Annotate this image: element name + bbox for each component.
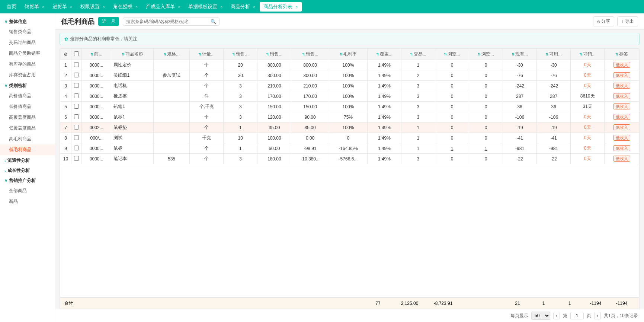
settings-icon[interactable]: ⚙	[64, 52, 68, 57]
sidebar-group-category[interactable]: ∨ 类别密析	[0, 80, 55, 90]
close-purchase-icon[interactable]: ×	[70, 4, 72, 9]
nav-purchase[interactable]: 进货单 ×	[49, 2, 76, 12]
cell-checkbox[interactable]	[71, 102, 82, 112]
close-sales-icon[interactable]: ×	[42, 4, 44, 9]
search-box[interactable]: 🔍	[123, 17, 220, 26]
col-gross-rate[interactable]: ⇅毛利率	[329, 49, 368, 60]
sidebar-item-all-products[interactable]: 全部商品	[0, 185, 55, 196]
collapse-growth-icon[interactable]: ›	[4, 169, 6, 173]
cell-browse1: 0	[435, 133, 469, 143]
close-roles-icon[interactable]: ×	[135, 4, 138, 9]
tag-badge: 低收入	[613, 124, 630, 130]
row-checkbox[interactable]	[74, 146, 79, 150]
collapse-marketing-icon[interactable]: ∨	[4, 178, 7, 183]
col-available[interactable]: ⇅可用...	[537, 49, 571, 60]
col-code[interactable]: ⇅商...	[82, 49, 111, 60]
close-product-entry-icon[interactable]: ×	[178, 4, 180, 9]
nav-product-analysis[interactable]: 商品分析 ×	[227, 2, 259, 12]
sidebar-item-low-margin[interactable]: 低毛利商品	[0, 144, 55, 155]
col-unit[interactable]: ⇅计量...	[190, 49, 224, 60]
nav-template[interactable]: 单据模板设置 ×	[185, 2, 226, 12]
cell-checkbox[interactable]	[71, 60, 82, 70]
col-settings[interactable]: ⚙	[60, 49, 71, 60]
export-button[interactable]: ↑ 导出	[617, 16, 638, 26]
row-checkbox[interactable]	[74, 73, 79, 77]
browse1-val: 0	[451, 115, 454, 120]
sidebar-group-circulation[interactable]: › 流通性分析	[0, 155, 55, 165]
nav-analysis-list[interactable]: 商品分析列表 ×	[260, 2, 301, 12]
col-tag[interactable]: ⇅标签	[605, 49, 639, 60]
row-checkbox[interactable]	[74, 62, 79, 67]
row-checkbox[interactable]	[74, 135, 79, 140]
sidebar-group-overall[interactable]: ∨ 整体信息	[0, 16, 55, 26]
filter-button[interactable]: 近一月	[98, 17, 119, 26]
cell-checkbox[interactable]	[71, 70, 82, 81]
browse1-link[interactable]: 1	[451, 146, 454, 151]
search-input[interactable]	[126, 19, 211, 24]
cell-checkbox[interactable]	[71, 143, 82, 154]
row-checkbox[interactable]	[74, 114, 79, 119]
row-checkbox[interactable]	[74, 83, 79, 88]
row-checkbox[interactable]	[74, 104, 79, 109]
row-checkbox[interactable]	[74, 125, 79, 130]
nav-sales[interactable]: 销货单 ×	[21, 2, 48, 12]
sidebar-item-new-products[interactable]: 新品	[0, 196, 55, 207]
sidebar-item-high-value[interactable]: 高价值商品	[0, 90, 55, 101]
cell-available: -30	[537, 60, 571, 70]
cell-checkbox[interactable]	[71, 81, 82, 91]
sidebar-item-high-coverage[interactable]: 高覆盖度商品	[0, 112, 55, 123]
row-checkbox[interactable]	[74, 156, 79, 161]
nav-roles[interactable]: 角色授权 ×	[109, 2, 141, 12]
cell-name: 橡皮擦	[111, 91, 153, 102]
close-analysis-list-icon[interactable]: ×	[295, 4, 298, 9]
nav-permissions[interactable]: 权限设置 ×	[77, 2, 109, 12]
cell-browse2: 0	[469, 122, 503, 133]
page-number-input[interactable]	[570, 312, 584, 319]
col-sellable[interactable]: ⇅可销...	[571, 49, 605, 60]
row-checkbox[interactable]	[74, 93, 79, 98]
browse2-link[interactable]: 1	[485, 146, 487, 151]
close-permissions-icon[interactable]: ×	[103, 4, 105, 9]
col-current[interactable]: ⇅现有...	[503, 49, 537, 60]
sidebar-item-stock-funds[interactable]: 库存资金占用	[0, 70, 55, 80]
header-actions: ⎋ 分享 ↑ 导出	[593, 16, 638, 26]
cell-checkbox[interactable]	[71, 133, 82, 143]
sidebar-group-marketing[interactable]: ∨ 营销推广分析	[0, 175, 55, 185]
col-sales1[interactable]: ⇅销售...	[224, 49, 257, 60]
col-sales2[interactable]: ⇅销售...	[257, 49, 291, 60]
nav-home[interactable]: 首页	[3, 2, 20, 12]
nav-product-entry[interactable]: 产成品入库单 ×	[142, 2, 184, 12]
cell-checkbox[interactable]	[71, 91, 82, 102]
cell-checkbox[interactable]	[71, 112, 82, 122]
sidebar-item-traded[interactable]: 交易过的商品	[0, 37, 55, 48]
next-page-button[interactable]: ›	[594, 312, 601, 319]
close-template-icon[interactable]: ×	[220, 4, 222, 9]
col-sales3[interactable]: ⇅销售...	[291, 49, 329, 60]
col-spec[interactable]: ⇅规格...	[153, 49, 189, 60]
cell-checkbox[interactable]	[71, 154, 82, 164]
sidebar-item-sales-products[interactable]: 销售类商品	[0, 26, 55, 37]
collapse-circulation-icon[interactable]: ›	[4, 159, 6, 163]
select-all-checkbox[interactable]	[74, 51, 79, 56]
page-size-select[interactable]: 50 100 200	[531, 312, 550, 320]
close-analysis-icon[interactable]: ×	[253, 4, 255, 9]
col-transaction[interactable]: ⇅交易...	[401, 49, 435, 60]
sidebar-item-category-rate[interactable]: 商品分类助销率	[0, 48, 55, 59]
col-name[interactable]: ⇅商品名称	[111, 49, 153, 60]
col-browse1[interactable]: ⇅浏览...	[435, 49, 469, 60]
data-table-container[interactable]: ⚙ ⇅商... ⇅商品名称 ⇅规格... ⇅计量... ⇅销售... ⇅销售..…	[60, 48, 640, 297]
sidebar-item-in-stock[interactable]: 有库存的商品	[0, 59, 55, 70]
collapse-category-icon[interactable]: ∨	[4, 83, 7, 88]
search-icon[interactable]: 🔍	[211, 19, 216, 24]
col-checkbox-header[interactable]	[71, 49, 82, 60]
sidebar-group-growth[interactable]: › 成长性分析	[0, 165, 55, 175]
sidebar-item-low-coverage[interactable]: 低覆盖度商品	[0, 123, 55, 134]
cell-checkbox[interactable]	[71, 122, 82, 133]
share-button[interactable]: ⎋ 分享	[593, 16, 614, 26]
col-browse2[interactable]: ⇅浏览...	[469, 49, 503, 60]
prev-page-button[interactable]: ‹	[553, 312, 560, 319]
col-coverage[interactable]: ⇅覆盖...	[367, 49, 401, 60]
sidebar-item-low-value[interactable]: 低价值商品	[0, 101, 55, 112]
collapse-overall-icon[interactable]: ∨	[4, 19, 7, 24]
sidebar-item-high-margin[interactable]: 高毛利商品	[0, 134, 55, 144]
